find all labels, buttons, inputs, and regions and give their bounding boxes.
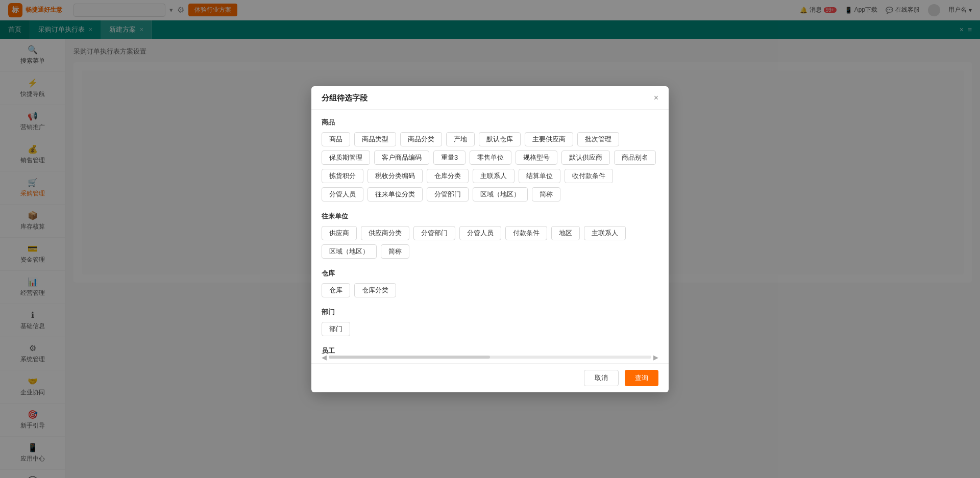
- field-tag[interactable]: 商品: [322, 132, 350, 146]
- modal-title: 分组待选字段: [322, 93, 368, 103]
- cancel-button[interactable]: 取消: [584, 370, 619, 386]
- department-field-grid: 部门: [322, 322, 658, 336]
- field-tag[interactable]: 部门: [322, 322, 350, 336]
- field-tag[interactable]: 往来单位分类: [368, 187, 423, 202]
- field-tag[interactable]: 主要供应商: [525, 132, 573, 146]
- scroll-right-icon[interactable]: ▶: [653, 354, 658, 361]
- field-tag[interactable]: 区域（地区）: [322, 244, 377, 259]
- field-select-modal: 分组待选字段 × 商品 商品 商品类型 商品分类 产地 默认仓库 主要供应商 批…: [311, 86, 669, 392]
- field-tag[interactable]: 保质期管理: [322, 150, 370, 165]
- warehouse-field-grid: 仓库 仓库分类: [322, 283, 658, 297]
- modal-overlay: 分组待选字段 × 商品 商品 商品类型 商品分类 产地 默认仓库 主要供应商 批…: [0, 0, 980, 478]
- field-tag[interactable]: 客户商品编码: [374, 150, 429, 165]
- modal-header: 分组待选字段 ×: [311, 86, 669, 110]
- field-tag[interactable]: 地区: [551, 226, 580, 240]
- field-tag[interactable]: 拣货积分: [322, 169, 363, 183]
- confirm-button[interactable]: 查询: [625, 370, 658, 386]
- modal-body[interactable]: 商品 商品 商品类型 商品分类 产地 默认仓库 主要供应商 批次管理 保质期管理…: [311, 110, 669, 354]
- field-tag[interactable]: 供应商: [322, 226, 357, 240]
- modal-close-button[interactable]: ×: [654, 93, 658, 103]
- partner-field-grid: 供应商 供应商分类 分管部门 分管人员 付款条件 地区 主联系人 区域（地区） …: [322, 226, 658, 259]
- product-field-grid: 商品 商品类型 商品分类 产地 默认仓库 主要供应商 批次管理 保质期管理 客户…: [322, 132, 658, 202]
- field-tag[interactable]: 结算单位: [519, 169, 560, 183]
- section-product: 商品 商品 商品类型 商品分类 产地 默认仓库 主要供应商 批次管理 保质期管理…: [322, 118, 658, 202]
- field-tag[interactable]: 税收分类编码: [368, 169, 423, 183]
- field-tag[interactable]: 简称: [381, 244, 409, 259]
- section-partner: 往来单位 供应商 供应商分类 分管部门 分管人员 付款条件 地区 主联系人 区域…: [322, 212, 658, 259]
- field-tag[interactable]: 产地: [446, 132, 475, 146]
- field-tag[interactable]: 批次管理: [577, 132, 619, 146]
- section-warehouse: 仓库 仓库 仓库分类: [322, 269, 658, 297]
- field-tag[interactable]: 默认仓库: [479, 132, 521, 146]
- field-tag[interactable]: 区域（地区）: [473, 187, 528, 202]
- field-tag[interactable]: 仓库分类: [427, 169, 469, 183]
- field-tag[interactable]: 主联系人: [584, 226, 626, 240]
- field-tag[interactable]: 简称: [532, 187, 560, 202]
- scroll-left-icon[interactable]: ◀: [322, 354, 327, 361]
- section-warehouse-title: 仓库: [322, 269, 658, 278]
- field-tag[interactable]: 主联系人: [473, 169, 514, 183]
- field-tag[interactable]: 分管人员: [459, 226, 501, 240]
- field-tag[interactable]: 分管部门: [413, 226, 455, 240]
- section-partner-title: 往来单位: [322, 212, 658, 221]
- modal-hscroll-area[interactable]: ◀ ▶: [311, 354, 669, 363]
- field-tag[interactable]: 默认供应商: [561, 150, 610, 165]
- field-tag[interactable]: 仓库: [322, 283, 350, 297]
- field-tag[interactable]: 分管部门: [427, 187, 469, 202]
- field-tag[interactable]: 重量3: [433, 150, 465, 165]
- field-tag[interactable]: 商品别名: [614, 150, 656, 165]
- field-tag[interactable]: 分管人员: [322, 187, 363, 202]
- field-tag[interactable]: 商品分类: [400, 132, 442, 146]
- field-tag[interactable]: 仓库分类: [354, 283, 396, 297]
- field-tag[interactable]: 零售单位: [470, 150, 511, 165]
- modal-footer: 取消 查询: [311, 363, 669, 392]
- section-department: 部门 部门: [322, 308, 658, 336]
- field-tag[interactable]: 付款条件: [505, 226, 547, 240]
- section-employee-title: 员工: [322, 346, 658, 354]
- field-tag[interactable]: 规格型号: [516, 150, 557, 165]
- hscroll-thumb: [329, 356, 490, 359]
- section-employee: 员工 业务员: [322, 346, 658, 354]
- field-tag[interactable]: 供应商分类: [361, 226, 409, 240]
- section-product-title: 商品: [322, 118, 658, 127]
- section-department-title: 部门: [322, 308, 658, 317]
- field-tag[interactable]: 商品类型: [354, 132, 396, 146]
- hscroll-track[interactable]: [329, 356, 651, 359]
- field-tag[interactable]: 收付款条件: [565, 169, 613, 183]
